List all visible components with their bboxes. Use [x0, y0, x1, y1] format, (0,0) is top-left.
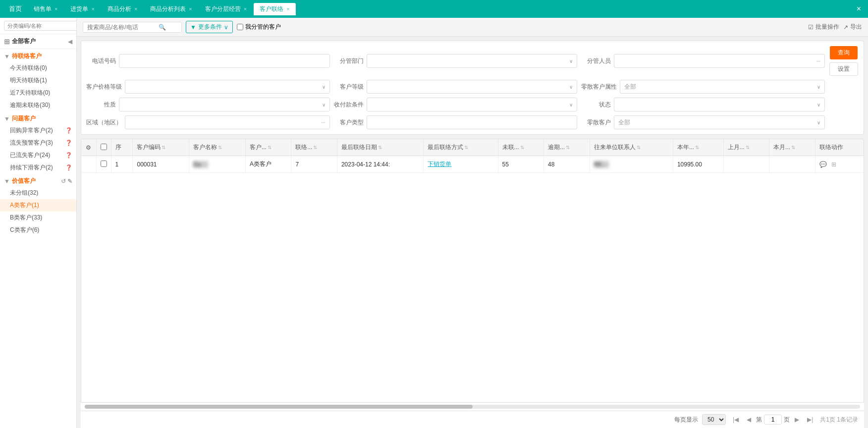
problem-group-title[interactable]: ▼ 问题客户 [0, 111, 76, 124]
dept-select[interactable]: ∨ [367, 54, 578, 68]
retail-attr-select[interactable]: 全部 ∨ [620, 80, 825, 94]
this-month-sort-icon[interactable]: ⇅ [791, 145, 795, 150]
page-size-select[interactable]: 50 [702, 414, 726, 425]
row-this-month [769, 156, 815, 173]
help-icon-abnormal[interactable]: ❓ [65, 127, 72, 134]
sidebar-item-declining[interactable]: 持续下滑客户(2) ❓ [0, 161, 76, 174]
sidebar-item-abnormal[interactable]: 回购异常客户(2) ❓ [0, 124, 76, 137]
prev-page-button[interactable]: ◀ [744, 415, 754, 424]
retail-select[interactable]: 全部 ∨ [614, 115, 825, 129]
sidebar-item-unclassified[interactable]: 未分组(32) [0, 187, 76, 199]
level-column-header: 客户... ⇅ [245, 139, 291, 156]
filter-price-level: 客户价格等级 ∨ [86, 80, 330, 94]
nav-tab-customer-seg[interactable]: 客户分层经营 × [199, 3, 253, 15]
action-chat-icon[interactable]: 💬 [819, 161, 827, 168]
overdue-sort-icon[interactable]: ⇅ [566, 145, 570, 150]
help-icon-churn-warning[interactable]: ❓ [65, 140, 72, 146]
close-sales-tab[interactable]: × [54, 6, 57, 12]
row-action: 💬 ⊞ [815, 156, 864, 173]
pending-group-title[interactable]: ▼ 待联络客户 [0, 49, 76, 62]
nature-select[interactable]: ∨ [119, 98, 330, 111]
refresh-icon[interactable]: ↺ [61, 178, 66, 185]
filter-retail-attr: 零散客户属性 全部 ∨ [581, 80, 825, 94]
all-customers-label: 全部客户 [12, 37, 36, 46]
filter-manager: 分管人员 ··· [581, 54, 825, 68]
filter-panel: 电话号码 分管部门 ∨ 分管人员 ··· [81, 41, 864, 135]
row-index: 1 [111, 156, 133, 173]
sidebar-item-overdue[interactable]: 逾期未联络(30) [0, 99, 76, 111]
action-expand-icon[interactable]: ⊞ [831, 161, 836, 168]
batch-operation-button[interactable]: ☑ 批量操作 [808, 23, 839, 31]
phone-input[interactable] [119, 54, 330, 68]
horizontal-scrollbar[interactable] [81, 403, 864, 411]
manager-select[interactable]: ··· [614, 54, 825, 68]
my-customers-checkbox-area[interactable]: 我分管的客户 [237, 23, 281, 31]
last-month-sort-icon[interactable]: ⇅ [746, 145, 750, 150]
close-customer-seg-tab[interactable]: × [244, 6, 247, 12]
code-sort-icon[interactable]: ⇅ [162, 145, 165, 150]
nav-home[interactable]: 首页 [4, 2, 27, 15]
scroll-thumb[interactable] [85, 405, 473, 409]
nature-dropdown-icon: ∨ [322, 102, 326, 107]
settings-column-header[interactable]: ⚙ [81, 139, 96, 156]
customer-level-select[interactable]: ∨ [367, 80, 578, 94]
close-analysis-list-tab[interactable]: × [189, 6, 192, 12]
sidebar-item-today[interactable]: 今天待联络(0) [0, 62, 76, 74]
sidebar-item-class-a[interactable]: A类客户(1) [0, 199, 76, 212]
area-select[interactable]: ··· [125, 115, 330, 129]
price-level-dropdown-icon: ∨ [322, 84, 326, 90]
nav-tab-analysis-list[interactable]: 商品分析列表 × [144, 3, 198, 15]
more-filter-button[interactable]: ▼ 更多条件 ∨ [186, 21, 233, 33]
status-select[interactable]: ∨ [614, 98, 825, 111]
search-icon[interactable]: 🔍 [159, 24, 166, 31]
sidebar-item-7days[interactable]: 近7天待联络(0) [0, 87, 76, 99]
sidebar-item-churned[interactable]: 已流失客户(24) ❓ [0, 149, 76, 161]
code-column-header: 客户编码 ⇅ [133, 139, 189, 156]
sidebar-search-input[interactable] [4, 21, 77, 31]
value-group-header[interactable]: ▼ 价值客户 ↺ ✎ [0, 174, 76, 187]
row-level: A类客户 [245, 156, 291, 173]
contacts-sort-icon[interactable]: ⇅ [637, 145, 641, 150]
search-input[interactable] [87, 24, 157, 31]
pagination-bar: 每页显示 50 |◀ ◀ 第 页 ▶ ▶| 共1页 1条记录 [81, 411, 864, 428]
window-close-button[interactable]: × [854, 3, 864, 14]
sidebar-item-tomorrow[interactable]: 明天待联络(1) [0, 74, 76, 87]
nav-tab-sales[interactable]: 销售单 × [28, 3, 63, 15]
help-icon-churned[interactable]: ❓ [65, 152, 72, 159]
help-icon-declining[interactable]: ❓ [65, 164, 72, 171]
sidebar-item-class-b[interactable]: B类客户(33) [0, 212, 76, 224]
search-box: 🔍 [83, 22, 182, 33]
sidebar-collapse-icon[interactable]: ◀ [68, 38, 72, 45]
query-button[interactable]: 查询 [830, 46, 858, 59]
no-contact-sort-icon[interactable]: ⇅ [520, 145, 524, 150]
close-analysis-tab[interactable]: × [134, 6, 137, 12]
sidebar-item-churn-warning[interactable]: 流失预警客户(3) ❓ [0, 137, 76, 149]
contact-count-sort-icon[interactable]: ⇅ [313, 145, 317, 150]
close-purchase-tab[interactable]: × [91, 6, 94, 12]
sidebar-item-class-c[interactable]: C类客户(6) [0, 224, 76, 236]
level-sort-icon[interactable]: ⇅ [268, 145, 271, 150]
first-page-button[interactable]: |◀ [730, 415, 742, 424]
customer-type-select[interactable] [367, 115, 578, 129]
nav-tab-purchase[interactable]: 进货单 × [64, 3, 100, 15]
page-input[interactable] [764, 415, 782, 425]
this-year-sort-icon[interactable]: ⇅ [695, 145, 699, 150]
settings-button[interactable]: 设置 [829, 62, 858, 76]
row-contact-count: 7 [291, 156, 337, 173]
last-page-button[interactable]: ▶| [804, 415, 816, 424]
close-customer-contact-tab[interactable]: × [286, 6, 289, 12]
payment-select[interactable]: ∨ [367, 98, 578, 111]
edit-icon[interactable]: ✎ [67, 178, 72, 185]
last-date-sort-icon[interactable]: ⇅ [378, 145, 382, 150]
my-customers-checkbox[interactable] [237, 24, 243, 30]
price-level-select[interactable]: ∨ [125, 80, 330, 94]
last-type-sort-icon[interactable]: ⇅ [464, 145, 468, 150]
export-button[interactable]: ↗ 导出 [843, 23, 862, 31]
row-select-checkbox[interactable] [101, 160, 107, 167]
name-sort-icon[interactable]: ⇅ [218, 145, 222, 150]
next-page-button[interactable]: ▶ [792, 415, 802, 424]
nav-tab-customer-contact[interactable]: 客户联络 × [254, 3, 295, 15]
nav-tab-analysis[interactable]: 商品分析 × [102, 3, 143, 15]
row-last-contact-type[interactable]: 下销货单 [424, 156, 498, 173]
select-all-checkbox[interactable] [101, 144, 107, 150]
